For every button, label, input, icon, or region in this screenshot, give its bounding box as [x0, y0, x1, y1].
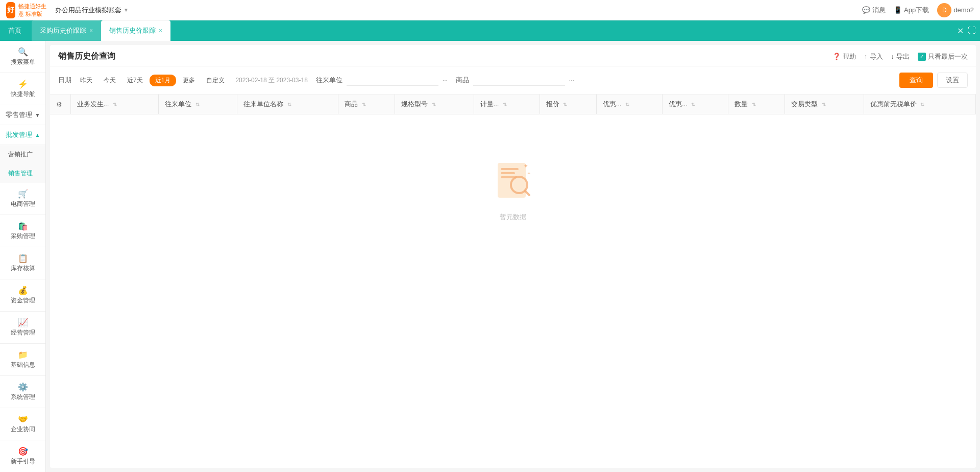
- finance-label: 资金管理: [11, 296, 35, 305]
- sidebar-item-purchase[interactable]: 🛍️ 采购管理: [0, 215, 45, 247]
- sort-icon-price: ⇅: [563, 102, 567, 107]
- th-pre-tax-price[interactable]: 优惠前无税单价 ⇅: [864, 95, 975, 114]
- app-download-button[interactable]: 📱 App下载: [894, 6, 929, 15]
- th-partner-name[interactable]: 往来单位名称 ⇅: [237, 95, 338, 114]
- svg-text:✦: ✦: [523, 162, 528, 170]
- tab-sales-history[interactable]: 销售历史价跟踪 ×: [101, 20, 170, 41]
- th-settings[interactable]: ⚙: [50, 95, 70, 114]
- tab-maximize-button[interactable]: ⛶: [968, 26, 976, 35]
- date-btn-yesterday[interactable]: 昨天: [76, 75, 97, 86]
- sales-management-label: 销售管理: [8, 170, 33, 177]
- filter-area: 日期 昨天 今天 近7天 近1月 更多 自定义 2023-02-18 至 202…: [50, 66, 976, 95]
- date-filter-label: 日期: [58, 76, 71, 85]
- settings-button[interactable]: 设置: [937, 73, 968, 88]
- finance-icon: 💰: [18, 286, 28, 295]
- date-btn-custom[interactable]: 自定义: [202, 75, 229, 86]
- sidebar-item-quicknav[interactable]: ⚡ 快捷导航: [0, 73, 45, 105]
- sidebar-item-wholesale[interactable]: 批发管理 ▲: [0, 125, 45, 145]
- th-spec-label: 规格型号: [401, 100, 428, 108]
- date-btn-7days[interactable]: 近7天: [122, 75, 148, 86]
- tab-purchase-history[interactable]: 采购历史价跟踪 ×: [32, 20, 101, 41]
- date-range-display: 2023-02-18 至 2023-03-18: [235, 76, 307, 85]
- goods-input[interactable]: [473, 75, 565, 86]
- sidebar-item-system[interactable]: ⚙️ 系统管理: [0, 376, 45, 408]
- tab-close-all-button[interactable]: ✕: [957, 26, 964, 36]
- import-button[interactable]: ↑ 导入: [864, 52, 883, 61]
- sort-icon-biz-date: ⇅: [113, 102, 117, 107]
- download-icon: 📱: [894, 6, 902, 14]
- logo-area: 好 畅捷通好生意 标准版: [6, 2, 47, 18]
- th-pre-tax-price-label: 优惠前无税单价: [870, 100, 917, 108]
- th-spec[interactable]: 规格型号 ⇅: [395, 95, 474, 114]
- last-only-label: 只看最后一次: [928, 52, 968, 61]
- th-goods[interactable]: 商品 ⇅: [338, 95, 395, 114]
- page-content: 销售历史价查询 ❓ 帮助 ↑ 导入 ↓ 导出 ✓: [50, 45, 976, 468]
- sort-icon-partner-name: ⇅: [287, 102, 291, 107]
- th-biz-date[interactable]: 业务发生... ⇅: [70, 95, 158, 114]
- sidebar-item-operations[interactable]: 📈 经营管理: [0, 312, 45, 344]
- logo-icon: 好: [6, 2, 15, 18]
- date-btn-today[interactable]: 今天: [99, 75, 120, 86]
- tab-home[interactable]: 首页: [0, 20, 30, 41]
- top-bar-left: 好 畅捷通好生意 标准版 办公用品行业模拟账套 ▼: [6, 2, 133, 18]
- sidebar-item-inventory[interactable]: 📋 库存核算: [0, 247, 45, 279]
- svg-rect-2: [501, 172, 515, 174]
- retail-label: 零售管理: [6, 110, 32, 120]
- th-qty-label: 数量: [734, 100, 748, 108]
- sidebar-search-label: 搜索菜单: [11, 58, 35, 66]
- th-partner[interactable]: 往来单位 ⇅: [158, 95, 237, 114]
- export-label: 导出: [896, 52, 910, 61]
- tab-purchase-close-icon[interactable]: ×: [89, 27, 93, 34]
- empty-state: ✦ ✦ 暂元数据: [50, 114, 976, 263]
- th-qty[interactable]: 数量 ⇅: [728, 95, 785, 114]
- th-discount1[interactable]: 优惠... ⇅: [596, 95, 662, 114]
- sidebar-item-retail[interactable]: 零售管理 ▼: [0, 105, 45, 125]
- svg-rect-1: [501, 168, 519, 170]
- operations-icon: 📈: [18, 318, 28, 327]
- goods-filter-label: 商品: [456, 76, 469, 85]
- last-only-checkbox[interactable]: ✓ 只看最后一次: [918, 52, 968, 61]
- th-trans-type-label: 交易类型: [791, 100, 818, 108]
- goods-dots-button[interactable]: ···: [569, 77, 574, 84]
- th-discount2[interactable]: 优惠... ⇅: [662, 95, 728, 114]
- sidebar-item-marketing[interactable]: 营销推广: [0, 145, 45, 164]
- message-button[interactable]: 💬 消息: [862, 6, 886, 15]
- date-btn-more[interactable]: 更多: [178, 75, 200, 86]
- export-button[interactable]: ↓ 导出: [891, 52, 910, 61]
- tab-sales-close-icon[interactable]: ×: [159, 27, 162, 34]
- th-price[interactable]: 报价 ⇅: [540, 95, 596, 114]
- sidebar-submenu: 营销推广 销售管理: [0, 145, 45, 183]
- sidebar-item-search[interactable]: 🔍 搜索菜单: [0, 41, 45, 73]
- sidebar-item-sales-management[interactable]: 销售管理: [0, 164, 45, 183]
- sidebar-item-ecommerce[interactable]: 🛒 电商管理: [0, 183, 45, 215]
- sidebar-item-collaboration[interactable]: 🤝 企业协同: [0, 408, 45, 440]
- th-unit[interactable]: 计量... ⇅: [474, 95, 540, 114]
- marketing-label: 营销推广: [8, 151, 33, 158]
- partner-dots-button[interactable]: ···: [443, 77, 448, 84]
- avatar: D: [937, 3, 951, 17]
- user-name: demo2: [953, 6, 974, 14]
- system-label: 系统管理: [11, 393, 35, 402]
- sort-icon-trans-type: ⇅: [822, 102, 826, 107]
- help-button[interactable]: ❓ 帮助: [832, 52, 856, 61]
- partner-input[interactable]: [347, 75, 438, 86]
- sidebar: 🔍 搜索菜单 ⚡ 快捷导航 零售管理 ▼ 批发管理 ▲ 营销推广 销售管理 🛒 …: [0, 41, 46, 472]
- main-layout: 🔍 搜索菜单 ⚡ 快捷导航 零售管理 ▼ 批发管理 ▲ 营销推广 销售管理 🛒 …: [0, 41, 980, 472]
- sort-icon-discount2: ⇅: [691, 102, 695, 107]
- page-title: 销售历史价查询: [58, 51, 115, 62]
- date-btn-1month[interactable]: 近1月: [150, 75, 177, 86]
- collaboration-label: 企业协同: [11, 425, 35, 434]
- user-area[interactable]: D demo2: [937, 3, 974, 17]
- sidebar-item-basic-info[interactable]: 📁 基础信息: [0, 344, 45, 376]
- sidebar-item-tutorial[interactable]: 🎯 新手引导: [0, 440, 45, 472]
- th-trans-type[interactable]: 交易类型 ⇅: [785, 95, 864, 114]
- app-name: 办公用品行业模拟账套: [55, 6, 121, 15]
- settings-icon: ⚙: [56, 101, 62, 108]
- sort-icon-discount1: ⇅: [625, 102, 629, 107]
- tab-sales-label: 销售历史价跟踪: [109, 26, 156, 35]
- th-partner-name-label: 往来单位名称: [243, 100, 283, 108]
- app-selector[interactable]: 办公用品行业模拟账套 ▼: [51, 4, 133, 17]
- sidebar-item-finance[interactable]: 💰 资金管理: [0, 279, 45, 312]
- query-button[interactable]: 查询: [899, 73, 933, 88]
- top-bar: 好 畅捷通好生意 标准版 办公用品行业模拟账套 ▼ 💬 消息 📱 App下载 D…: [0, 0, 980, 20]
